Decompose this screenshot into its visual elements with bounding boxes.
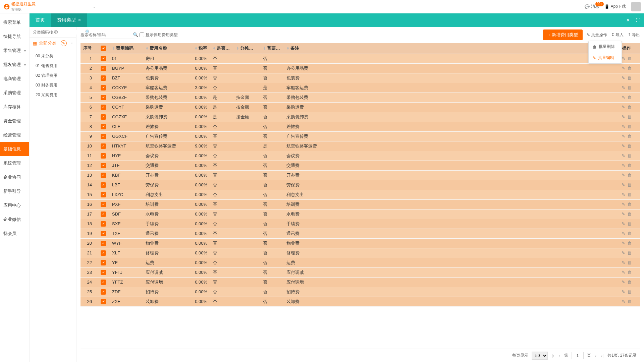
sidebar-item[interactable]: 应用中心 <box>0 198 29 213</box>
tab-close-all-icon[interactable]: ✕ <box>624 18 632 23</box>
table-row[interactable]: 1✓01房租0.00%否否✎🗑 <box>80 54 640 63</box>
messages-link[interactable]: 💬 消息 99+ <box>585 4 599 9</box>
row-checkbox[interactable]: ✓ <box>101 56 106 61</box>
table-row[interactable]: 26✓ZXF装卸费0.00%否否装卸费✎🗑 <box>80 297 640 306</box>
delete-row-icon[interactable]: 🗑 <box>627 153 632 158</box>
edit-row-icon[interactable]: ✎ <box>622 66 625 71</box>
edit-row-icon[interactable]: ✎ <box>622 231 625 236</box>
row-checkbox[interactable]: ✓ <box>101 270 106 275</box>
sidebar-item[interactable]: 资金管理 <box>0 114 29 128</box>
category-tree-item[interactable]: 03 财务费用 <box>30 80 76 90</box>
delete-row-icon[interactable]: 🗑 <box>627 289 632 294</box>
delete-row-icon[interactable]: 🗑 <box>627 114 632 119</box>
delete-row-icon[interactable]: 🗑 <box>627 134 632 139</box>
next-page-button[interactable]: › <box>594 353 597 358</box>
edit-row-icon[interactable]: ✎ <box>622 134 625 139</box>
search-icon[interactable]: 🔍 <box>133 32 138 37</box>
col-header-alloc[interactable]: ▲▼分摊… <box>233 43 260 54</box>
category-tree-item[interactable]: 00 未分类 <box>30 51 76 61</box>
delete-row-icon[interactable]: 🗑 <box>627 212 632 217</box>
table-row[interactable]: 16✓PXF培训费0.00%否否培训费✎🗑 <box>80 199 640 209</box>
table-row[interactable]: 22✓YF运费0.00%否否运费✎🗑 <box>80 258 640 267</box>
tab-home[interactable]: 首页 <box>30 13 51 27</box>
row-checkbox[interactable]: ✓ <box>101 75 106 81</box>
tab-expense-type[interactable]: 费用类型 ✕ <box>51 13 87 27</box>
edit-row-icon[interactable]: ✎ <box>622 75 625 80</box>
table-row[interactable]: 6✓CGYF采购运费0.00%是按金额否采购运费✎🗑 <box>80 102 640 112</box>
last-page-button[interactable]: ›| <box>600 353 604 358</box>
delete-row-icon[interactable]: 🗑 <box>627 241 632 246</box>
delete-row-icon[interactable]: 🗑 <box>627 202 632 207</box>
table-row[interactable]: 12✓JTF交通费0.00%否否交通费✎🗑 <box>80 161 640 170</box>
row-checkbox[interactable]: ✓ <box>101 231 106 236</box>
export-button[interactable]: ↥ 导出 <box>628 32 640 38</box>
delete-row-icon[interactable]: 🗑 <box>627 75 632 80</box>
edit-row-icon[interactable]: ✎ <box>622 221 625 226</box>
delete-row-icon[interactable]: 🗑 <box>627 192 632 197</box>
col-header-remark[interactable]: ▲▼备注 <box>284 43 613 54</box>
row-checkbox[interactable]: ✓ <box>101 182 106 188</box>
row-checkbox[interactable]: ✓ <box>101 221 106 227</box>
col-header-ticket[interactable]: ▲▼普票… <box>260 43 284 54</box>
table-row[interactable]: 14✓LBF劳保费0.00%否否劳保费✎🗑 <box>80 180 640 190</box>
category-search-input[interactable] <box>33 30 83 35</box>
table-row[interactable]: 11✓HYF会议费0.00%否否会议费✎🗑 <box>80 151 640 161</box>
row-checkbox[interactable]: ✓ <box>101 85 106 90</box>
edit-row-icon[interactable]: ✎ <box>622 212 625 217</box>
edit-row-icon[interactable]: ✎ <box>622 163 625 168</box>
row-checkbox[interactable]: ✓ <box>101 202 106 207</box>
delete-row-icon[interactable]: 🗑 <box>627 280 632 285</box>
edit-row-icon[interactable]: ✎ <box>622 114 625 119</box>
edit-row-icon[interactable]: ✎ <box>622 153 625 158</box>
sidebar-item[interactable]: 批发管理▾ <box>0 58 29 72</box>
delete-row-icon[interactable]: 🗑 <box>627 173 632 178</box>
edit-row-icon[interactable]: ✎ <box>622 299 625 304</box>
table-row[interactable]: 21✓XLF修理费0.00%否否修理费✎🗑 <box>80 248 640 258</box>
edit-row-icon[interactable]: ✎ <box>622 241 625 246</box>
sidebar-item[interactable]: 企业微信 <box>0 213 29 227</box>
row-checkbox[interactable]: ✓ <box>101 212 106 217</box>
row-checkbox[interactable]: ✓ <box>101 95 106 100</box>
table-row[interactable]: 15✓LXZC利息支出0.00%否否利息支出✎🗑 <box>80 190 640 199</box>
table-row[interactable]: 8✓CLF差旅费0.00%否否差旅费✎🗑 <box>80 122 640 131</box>
delete-row-icon[interactable]: 🗑 <box>627 221 632 226</box>
col-header-name[interactable]: ▲▼费用名称 <box>143 43 186 54</box>
table-row[interactable]: 24✓YFTZ应付调增0.00%否否应付调增✎🗑 <box>80 277 640 287</box>
table-row[interactable]: 25✓ZDF招待费0.00%否否招待费✎🗑 <box>80 287 640 297</box>
sidebar-item[interactable]: 电商管理 <box>0 72 29 86</box>
delete-row-icon[interactable]: 🗑 <box>627 143 632 148</box>
col-header-code[interactable]: ▲▼费用编码 <box>109 43 143 54</box>
row-checkbox[interactable]: ✓ <box>101 114 106 120</box>
delete-row-icon[interactable]: 🗑 <box>627 260 632 265</box>
import-button[interactable]: ↧ 导入 <box>611 32 624 38</box>
delete-row-icon[interactable]: 🗑 <box>627 182 632 187</box>
delete-row-icon[interactable]: 🗑 <box>627 231 632 236</box>
category-root[interactable]: ▦ 全部分类 ✎ « <box>30 38 76 49</box>
delete-row-icon[interactable]: 🗑 <box>627 163 632 168</box>
row-checkbox[interactable]: ✓ <box>101 260 106 265</box>
table-row[interactable]: 3✓BZF包装费0.00%否否包装费✎🗑 <box>80 73 640 83</box>
batch-delete-item[interactable]: 🗑 批量删除 <box>589 41 622 52</box>
edit-row-icon[interactable]: ✎ <box>622 56 625 61</box>
row-checkbox[interactable]: ✓ <box>101 153 106 159</box>
table-row[interactable]: 18✓SXF手续费0.00%否否手续费✎🗑 <box>80 219 640 229</box>
table-row[interactable]: 9✓GGXCF广告宣传费0.00%否否广告宣传费✎🗑 <box>80 131 640 141</box>
edit-row-icon[interactable]: ✎ <box>622 95 625 100</box>
table-row[interactable]: 5✓CGBZF采购包装费0.00%是按金额否采购包装费✎🗑 <box>80 93 640 102</box>
sidebar-item[interactable]: 搜索菜单 <box>0 15 29 29</box>
sidebar-item[interactable]: 新手引导 <box>0 184 29 198</box>
edit-row-icon[interactable]: ✎ <box>622 280 625 285</box>
prev-page-button[interactable]: ‹ <box>558 353 561 358</box>
sidebar-item[interactable]: 库存核算 <box>0 100 29 114</box>
row-checkbox[interactable]: ✓ <box>101 241 106 246</box>
org-dropdown-icon[interactable]: ⌄ <box>93 4 96 9</box>
edit-row-icon[interactable]: ✎ <box>622 192 625 197</box>
sidebar-item[interactable]: 采购管理 <box>0 86 29 100</box>
col-header-iscost[interactable]: ▲▼是否… <box>210 43 233 54</box>
delete-row-icon[interactable]: 🗑 <box>627 66 632 71</box>
close-icon[interactable]: ✕ <box>78 18 81 22</box>
batch-action-button[interactable]: ✎ 批量操作 <box>587 32 607 38</box>
table-row[interactable]: 19✓TXF通讯费0.00%否否通讯费✎🗑 <box>80 229 640 238</box>
row-checkbox[interactable]: ✓ <box>101 143 106 149</box>
sidebar-item[interactable]: 基础信息 <box>0 142 29 156</box>
